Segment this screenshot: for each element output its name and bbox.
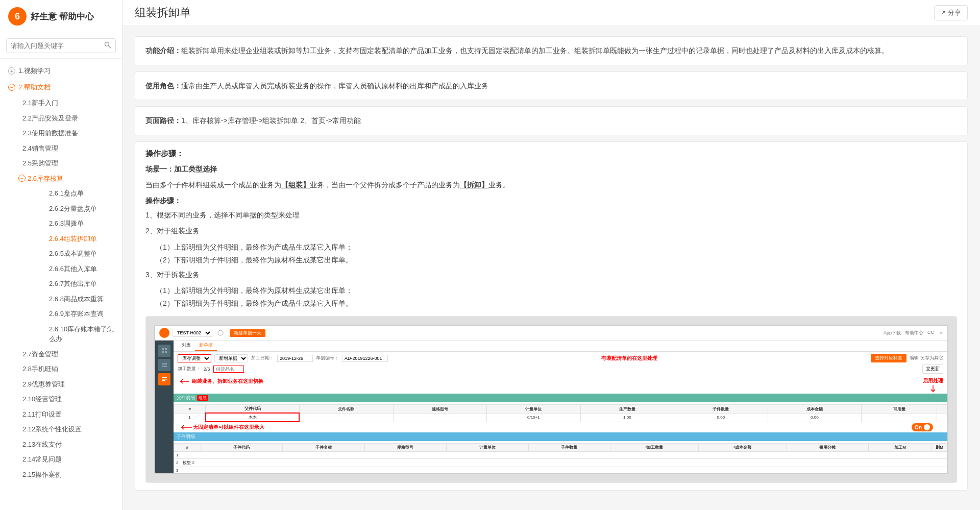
mock-form-area: 库存调整 新增单据 加工日期： 单据编号：: [174, 352, 947, 376]
sidebar-item-2-6-8[interactable]: 2.6.8商品成本重算: [45, 292, 122, 307]
logo-area: 6 好生意 帮助中心: [0, 0, 122, 33]
sidebar-item-2-1[interactable]: 2.1新手入门: [18, 95, 122, 111]
mock-action-btn: 编辑 另存为其它: [910, 355, 943, 361]
sidebar-item-2-15[interactable]: 2.15操作案例: [18, 467, 122, 482]
search-input[interactable]: [7, 39, 100, 52]
mock-user-icon: CC: [927, 330, 934, 336]
mock-op-select[interactable]: 新增单据: [214, 354, 248, 362]
sidebar-item-2[interactable]: − 2.帮助文档: [0, 79, 122, 95]
search-button[interactable]: [100, 39, 115, 53]
sidebar-item-2-6[interactable]: − 2.6库存核算: [18, 171, 122, 186]
share-button[interactable]: ↗ 分享: [934, 5, 968, 20]
mock-arrow-left: [178, 377, 190, 385]
collapse-icon-2: −: [8, 84, 15, 91]
sidebar-item-2-9[interactable]: 2.9优惠券管理: [18, 377, 122, 392]
svg-point-2: [218, 330, 223, 335]
sidebar-item-2-6-2[interactable]: 2.6.2分量盘点单: [45, 201, 122, 216]
svg-line-1: [109, 46, 111, 48]
mock-screen: TEST-H002 新建单据一天 App下载 帮助中心 CC: [154, 325, 948, 474]
svg-rect-3: [162, 348, 164, 350]
mock-topbar: TEST-H002 新建单据一天 App下载 帮助中心 CC: [155, 326, 947, 341]
screenshot-wrapper: TEST-H002 新建单据一天 App下载 帮助中心 CC: [146, 317, 957, 482]
step2-sub2: （2）下部明细为子件明细，最终作为原材料生成某它出库单。: [145, 254, 957, 266]
mock-supplier-input[interactable]: [213, 366, 244, 373]
step2-sub1: （1）上部明细为父件明细，最终作为产成品生成某它入库单；: [145, 241, 957, 254]
sidebar-item-2-6-5[interactable]: 2.6.5成本调整单: [45, 246, 122, 261]
mock-date-input[interactable]: [277, 355, 313, 362]
step3-sub1: （1）上部明细为父件明细，最终作为原材料生成某它出库单；: [145, 284, 957, 297]
sidebar-item-2-6-4[interactable]: 2.6.4组装拆卸单: [45, 231, 122, 247]
sidebar-item-2-14[interactable]: 2.14常见问题: [18, 452, 122, 467]
topbar: 组装拆卸单 ↗ 分享: [122, 0, 980, 26]
search-box: [6, 38, 116, 53]
mock-num-input[interactable]: [342, 355, 388, 362]
svg-rect-6: [165, 351, 167, 353]
mock-nav-icon-3: [158, 373, 170, 385]
sidebar-item-2-10[interactable]: 2.10经营管理: [18, 392, 122, 407]
mock-company-select[interactable]: TEST-H002: [173, 329, 212, 337]
mock-parent-section-header: 父件明细 组装: [174, 394, 947, 402]
mock-tab-bar: 列表 新单据: [174, 341, 947, 352]
mock-logo-icon: [159, 328, 169, 338]
sidebar-item-2-11[interactable]: 2.11打印设置: [18, 407, 122, 422]
content-area: 功能介绍：组装拆卸单用来处理企业组装或拆卸等加工业务，支持有固定装配清单的产品加…: [122, 26, 980, 510]
svg-rect-10: [162, 377, 167, 378]
sidebar-item-2-12[interactable]: 2.12系统个性化设置: [18, 422, 122, 437]
mock-parent-table: # 父件代码 父件名称 规格型号 计量单位 生产数量 子件数量: [174, 404, 947, 422]
mock-app-link: App下载: [884, 330, 901, 336]
logo-text: 好生意 帮助中心: [31, 11, 94, 22]
role-block: 使用角色：通常由生产人员或库管人员完成拆装业务的操作，库管人员确认原材料的出库和…: [135, 71, 968, 101]
mock-date-label: 加工日期：: [251, 355, 274, 361]
sidebar-item-2-4[interactable]: 2.4销售管理: [18, 141, 122, 156]
mock-toggle-knob: [924, 424, 930, 430]
svg-rect-12: [162, 380, 165, 381]
svg-rect-9: [162, 366, 167, 367]
sidebar-item-1[interactable]: + 1.视频学习: [0, 63, 122, 79]
mock-ann1-text: 有装配清单的在这里处理: [601, 355, 657, 361]
sidebar-item-2-5[interactable]: 2.5采购管理: [18, 156, 122, 171]
ops-steps-heading: 操作步骤：: [145, 197, 957, 206]
mock-close-btn[interactable]: ✕: [939, 330, 943, 335]
sidebar: 6 好生意 帮助中心 + 1.视频学习 − 2.帮助文档: [0, 0, 122, 510]
path-block: 页面路径：1、库存核算->库存管理->组装拆卸单 2、首页->常用功能: [135, 106, 968, 135]
mock-parent-code: 木木: [206, 413, 300, 422]
mock-ann4-text: 启用处理: [923, 377, 943, 384]
search-area: [0, 33, 122, 59]
sidebar-item-2-6-6[interactable]: 2.6.6其他入库单: [45, 261, 122, 277]
nav-section-2: − 2.帮助文档 2.1新手入门 2.2产品安装及登录 2.3使用前数据准备 2…: [0, 79, 122, 482]
sidebar-label-1: 1.视频学习: [18, 66, 51, 76]
sidebar-item-2-3[interactable]: 2.3使用前数据准备: [18, 126, 122, 141]
nav-tree: + 1.视频学习 − 2.帮助文档 2.1新手入门 2.2产品安装及登录 2.3…: [0, 59, 122, 510]
mock-tab-new[interactable]: 新单据: [195, 341, 217, 351]
mock-type-select[interactable]: 库存调整: [178, 354, 211, 362]
mock-select-list-btn[interactable]: 选择对应料量: [871, 354, 906, 362]
mock-arrow-down: [929, 384, 937, 393]
mock-save-btn[interactable]: 立更新: [922, 364, 943, 374]
sidebar-item-2-7[interactable]: 2.7资金管理: [18, 347, 122, 362]
sidebar-item-2-2[interactable]: 2.2产品安装及登录: [18, 111, 122, 126]
sidebar-item-2-13[interactable]: 2.13在线支付: [18, 437, 122, 452]
mock-num-label: 单据编号：: [316, 355, 339, 361]
mock-on-toggle[interactable]: On: [912, 423, 933, 431]
sidebar-item-2-6-9[interactable]: 2.6.9库存账本查询: [45, 306, 122, 322]
sidebar-item-2-6-1[interactable]: 2.6.1盘点单: [45, 186, 122, 201]
feature-intro-label: 功能介绍：: [145, 46, 181, 55]
ops-heading: 操作步骤：: [145, 149, 957, 159]
screenshot-container: TEST-H002 新建单据一天 App下载 帮助中心 CC: [145, 316, 957, 483]
sidebar-item-2-6-7[interactable]: 2.6.7其他出库单: [45, 276, 122, 292]
sidebar-item-2-6-10[interactable]: 2.6.10库存账本错了怎么办: [45, 322, 122, 347]
sidebar-item-2-6-3[interactable]: 2.6.3调拨单: [45, 216, 122, 231]
mock-new-doc-btn[interactable]: 新建单据一天: [230, 329, 265, 337]
settings-icon: [217, 330, 224, 336]
mock-on-label: On: [915, 425, 922, 430]
main-content: 组装拆卸单 ↗ 分享 功能介绍：组装拆卸单用来处理企业组装或拆卸等加工业务，支持…: [122, 0, 980, 510]
sidebar-item-2-8[interactable]: 2.8手机旺铺: [18, 361, 122, 377]
mock-on-row: 无固定清单可以组件在这里录入 On: [174, 422, 947, 432]
step3-sub2: （2）下部明细为子件明细，最终作为产成品生成某它入库单。: [145, 297, 957, 310]
path-text: 1、库存核算->库存管理->组装拆卸单 2、首页->常用功能: [181, 116, 361, 125]
mock-tab-list[interactable]: 列表: [178, 341, 195, 351]
role-label: 使用角色：: [145, 82, 181, 90]
feature-intro-block: 功能介绍：组装拆卸单用来处理企业组装或拆卸等加工业务，支持有固定装配清单的产品加…: [135, 36, 968, 65]
step3: 3、对于拆装业务: [145, 269, 957, 281]
mock-help-link: 帮助中心: [905, 330, 923, 336]
